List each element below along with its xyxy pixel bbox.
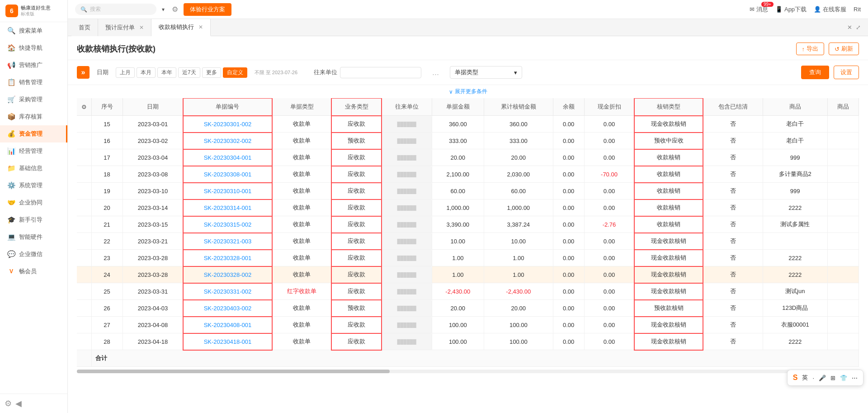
sidebar-item-sales[interactable]: 📋 销售管理	[0, 74, 67, 91]
td-checkbox	[77, 116, 91, 133]
export-button[interactable]: ↑ 导出	[796, 43, 825, 55]
settings-button[interactable]: 设置	[834, 66, 859, 79]
td-order-num[interactable]: SK-20230328-001	[183, 250, 272, 266]
td-order-type: 收款单	[272, 116, 332, 133]
td-order-num[interactable]: SK-20230308-001	[183, 166, 272, 183]
td-order-num[interactable]: SK-20230321-003	[183, 233, 272, 250]
sidebar-item-system[interactable]: ⚙️ 系统管理	[0, 177, 67, 194]
query-button[interactable]: 查询	[801, 66, 829, 79]
td-order-num[interactable]: SK-20230403-002	[183, 300, 272, 317]
topbar-search-box[interactable]: 🔍 搜索	[75, 4, 156, 15]
order-num-link[interactable]: SK-20230301-002	[204, 121, 252, 128]
sidebar-item-guide[interactable]: 🎓 新手引导	[0, 211, 67, 228]
td-amount: 100.00	[432, 317, 484, 333]
topbar-settings-icon[interactable]: ⚙	[172, 5, 178, 14]
sidebar-item-wechat[interactable]: 💬 企业微信	[0, 246, 67, 263]
td-order-num[interactable]: SK-20230418-001	[183, 333, 272, 350]
messages-button[interactable]: ✉ 消息 99+	[750, 5, 768, 14]
order-num-link[interactable]: SK-20230310-001	[204, 188, 252, 195]
order-num-link[interactable]: SK-20230308-001	[204, 171, 252, 178]
sidebar-item-basic[interactable]: 📁 基础信息	[0, 160, 67, 177]
collapse-icon[interactable]: ◀	[15, 399, 22, 408]
order-num-link[interactable]: SK-20230403-002	[204, 305, 252, 312]
sidebar-item-member[interactable]: V 畅会员	[0, 263, 67, 280]
expand-more-label: 展开更多条件	[455, 88, 487, 95]
sidebar-item-corp[interactable]: 🤝 企业协同	[0, 194, 67, 211]
sidebar-item-quick-nav[interactable]: 🏠 快捷导航	[0, 39, 67, 57]
this-year-button[interactable]: 本年	[157, 67, 176, 78]
th-settings[interactable]: ⚙	[77, 98, 91, 116]
tab-receipt-writeoff[interactable]: 收款核销执行 ✕	[151, 19, 211, 36]
tab-pending-payment[interactable]: 预计应付单 ✕	[98, 19, 151, 36]
settings-bottom-icon[interactable]: ⚙	[5, 399, 12, 408]
tab-pending-payment-close[interactable]: ✕	[139, 24, 144, 31]
mic-icon[interactable]: 🎤	[819, 375, 826, 381]
sidebar-item-purchase[interactable]: 🛒 采购管理	[0, 91, 67, 108]
this-month-button[interactable]: 本月	[137, 67, 156, 78]
td-serial: 23	[91, 250, 123, 266]
td-order-num[interactable]: SK-20230331-002	[183, 283, 272, 300]
td-checkbox	[77, 199, 91, 216]
grid-icon[interactable]: ⊞	[830, 375, 835, 381]
online-service-button[interactable]: 👤 在线客服	[814, 5, 846, 14]
order-num-link[interactable]: SK-20230302-002	[204, 138, 252, 144]
tab-close-all-icon[interactable]: ✕	[847, 24, 852, 31]
order-num-link[interactable]: SK-20230331-002	[204, 288, 252, 295]
td-product: 2222	[763, 333, 827, 350]
td-order-num[interactable]: SK-20230315-002	[183, 216, 272, 233]
sidebar-item-hardware[interactable]: 💻 智能硬件	[0, 228, 67, 246]
order-type-select[interactable]: 单据类型 ▾	[450, 66, 522, 79]
order-num-link[interactable]: SK-20230314-001	[204, 204, 252, 211]
topbar-dropdown[interactable]: ▾	[162, 6, 165, 13]
order-num-link[interactable]: SK-20230408-001	[204, 322, 252, 328]
order-num-link[interactable]: SK-20230328-002	[204, 271, 252, 278]
sidebar-item-operation[interactable]: 📊 经营管理	[0, 142, 67, 160]
td-partner: ██████	[382, 116, 432, 133]
partner-input[interactable]	[340, 67, 421, 78]
order-num-link[interactable]: SK-20230321-003	[204, 238, 252, 245]
expand-more-row[interactable]: ∨ 展开更多条件	[68, 85, 868, 98]
td-biz-type: 预收款	[331, 133, 382, 149]
tab-home[interactable]: 首页	[71, 19, 98, 36]
app-download-button[interactable]: 📱 App下载	[775, 5, 807, 14]
dots-icon[interactable]: ⋯	[852, 375, 858, 381]
refresh-button[interactable]: ↺ 刷新	[829, 43, 859, 55]
user-profile-button[interactable]: Rit	[854, 6, 861, 13]
order-num-link[interactable]: SK-20230315-002	[204, 221, 252, 228]
order-num-link[interactable]: SK-20230304-001	[204, 154, 252, 161]
shirt-icon[interactable]: 👕	[840, 375, 847, 381]
td-order-num[interactable]: SK-20230304-001	[183, 149, 272, 166]
guide-icon: 🎓	[7, 216, 15, 224]
sidebar-item-marketing[interactable]: 📢 营销推广	[0, 57, 67, 74]
table-scrollbar[interactable]	[77, 370, 859, 373]
sidebar-item-inventory[interactable]: 📦 库存核算	[0, 108, 67, 125]
last-7-days-button[interactable]: 近7天	[178, 67, 200, 78]
last-month-button[interactable]: 上月	[116, 67, 135, 78]
td-order-num[interactable]: SK-20230328-002	[183, 266, 272, 283]
filter-expand-button[interactable]: »	[77, 66, 90, 79]
more-date-button[interactable]: 更多	[202, 67, 221, 78]
td-order-num[interactable]: SK-20230310-001	[183, 183, 272, 199]
td-amount: 3,390.00	[432, 216, 484, 233]
tab-expand-icon[interactable]: ⤢	[856, 24, 861, 31]
order-num-link[interactable]: SK-20230328-001	[204, 255, 252, 261]
td-order-num[interactable]: SK-20230302-002	[183, 133, 272, 149]
sidebar-item-search[interactable]: 🔍 搜索菜单	[0, 22, 67, 39]
custom-date-button[interactable]: 自定义	[223, 67, 247, 78]
td-include-settled: 否	[703, 300, 763, 317]
td-order-type: 收款单	[272, 250, 332, 266]
td-order-num[interactable]: SK-20230314-001	[183, 199, 272, 216]
table-scrollbar-thumb[interactable]	[77, 370, 390, 373]
filter-dots: ...	[432, 68, 439, 77]
td-order-num[interactable]: SK-20230301-002	[183, 116, 272, 133]
industry-solution-button[interactable]: 体验行业方案	[184, 3, 231, 16]
sogou-bar: S 英 · 🎤 ⊞ 👕 ⋯	[787, 370, 863, 386]
td-order-num[interactable]: SK-20230408-001	[183, 317, 272, 333]
table-row: 222023-03-21SK-20230321-003收款单应收款██████1…	[77, 233, 859, 250]
tab-receipt-writeoff-close[interactable]: ✕	[198, 24, 203, 30]
sidebar-item-finance[interactable]: 💰 资金管理	[0, 125, 67, 142]
order-num-link[interactable]: SK-20230418-001	[204, 338, 252, 345]
page-actions: ↑ 导出 ↺ 刷新	[796, 43, 859, 55]
td-cash-discount: 0.00	[584, 283, 634, 300]
td-order-type: 收款单	[272, 300, 332, 317]
